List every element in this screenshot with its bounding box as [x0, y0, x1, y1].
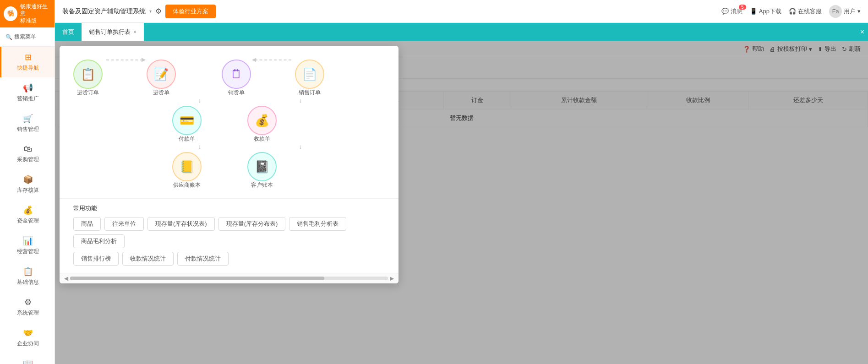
customer-ledger-col: 📓 客户账本 [247, 152, 277, 189]
sidebar-item-enterprise[interactable]: 🤝 企业协同 [0, 322, 55, 353]
user-dropdown-arrow: ▾ [857, 8, 861, 15]
customer-ledger-node[interactable]: 📓 [247, 152, 277, 181]
common-btn-0[interactable]: 商品 [73, 217, 101, 231]
service-icon: 🎧 [789, 8, 796, 15]
receipt-col: 💰 收款单 [247, 106, 277, 143]
common-btn-6[interactable]: 销售排行榜 [73, 252, 119, 266]
purchase-bill-icon: 📝 [154, 67, 169, 81]
system-icon: ⚙ [24, 297, 32, 307]
purchase-bill-label: 进货单 [153, 89, 169, 97]
app-download-button[interactable]: 📱 App下载 [750, 7, 781, 16]
sidebar-item-operation[interactable]: 📊 经营管理 [0, 230, 55, 261]
scroll-thumb[interactable] [70, 277, 324, 280]
receipt-node[interactable]: 💰 [247, 106, 277, 135]
sidebar-item-purchase[interactable]: 🛍 采购管理 [0, 139, 55, 169]
sales-bill-col: 🗒 销货单 [222, 60, 251, 97]
supplier-ledger-icon: 📒 [180, 160, 194, 174]
common-btns-row-2: 销售排行榜 收款情况统计 付款情况统计 [73, 252, 385, 266]
payment-node[interactable]: 💳 [172, 106, 202, 135]
user-menu-button[interactable]: Ea 用户 ▾ [829, 5, 861, 18]
payment-icon: 💳 [180, 114, 194, 128]
tab-home[interactable]: 首页 [55, 23, 82, 41]
tab-sales-order[interactable]: 销售订单执行表 × [82, 23, 144, 41]
avatar: Ea [829, 5, 842, 18]
common-functions: 常用功能 商品 往来单位 现存量(库存状况表) 现存量(库存分布表) 销售毛利分… [60, 198, 399, 273]
modal-overlay[interactable]: 📋 进货订单 ▶ [55, 41, 868, 364]
window-close-button[interactable]: × [860, 28, 864, 36]
sidebar-item-inventory[interactable]: 📦 库存核算 [0, 169, 55, 200]
sidebar-item-quick-nav[interactable]: ⊞ 快捷导航 [0, 47, 55, 77]
receipt-label: 收款单 [254, 135, 270, 143]
sales-order-col: 📄 销售订单 [295, 60, 324, 97]
inventory-icon: 📦 [23, 174, 33, 185]
sales-bill-icon: 🗒 [230, 67, 242, 81]
common-btns-row-1: 商品 往来单位 现存量(库存状况表) 现存量(库存分布表) 销售毛利分析表 商品… [73, 217, 385, 248]
operation-icon: 📊 [23, 236, 33, 246]
payment-col: 💳 付款单 [172, 106, 202, 143]
flow-modal: 📋 进货订单 ▶ [60, 46, 399, 283]
sidebar-nav: ⊞ 快捷导航 📢 营销推广 🛒 销售管理 🛍 采购管理 📦 库存核算 💰 [0, 47, 55, 364]
message-icon: 💬 [721, 8, 729, 15]
common-btn-1[interactable]: 往来单位 [104, 217, 144, 231]
online-service-button[interactable]: 🎧 在线客服 [789, 7, 822, 16]
quick-nav-icon: ⊞ [25, 52, 32, 62]
purchase-order-label: 进货订单 [77, 89, 99, 97]
common-btn-5[interactable]: 商品毛利分析 [73, 234, 125, 248]
common-btn-8[interactable]: 付款情况统计 [177, 252, 229, 266]
sidebar-item-basic[interactable]: 📋 基础信息 [0, 261, 55, 292]
enterprise-icon: 🤝 [23, 328, 33, 338]
logo-icon: 畅 [4, 6, 17, 21]
sales-order-node[interactable]: 📄 [295, 60, 324, 89]
system-title: 装备及固定资产辅助管理系统 [62, 7, 146, 16]
content-area: ❓ 帮助 🖨 按模板打印 ▾ ⬆ 导出 ↻ 刷新 [55, 41, 868, 364]
purchase-order-col: 📋 进货订单 [73, 60, 103, 97]
payment-label: 付款单 [179, 135, 195, 143]
common-btn-2[interactable]: 现存量(库存状况表) [147, 217, 215, 231]
system-dropdown-arrow[interactable]: ▾ [149, 9, 152, 14]
sidebar-item-guide[interactable]: 📖 新手引导 [0, 353, 55, 364]
marketing-icon: 📢 [23, 83, 33, 93]
common-btn-3[interactable]: 现存量(库存分布表) [218, 217, 286, 231]
sidebar-item-sales[interactable]: 🛒 销售管理 [0, 108, 55, 139]
common-btn-4[interactable]: 销售毛利分析表 [289, 217, 346, 231]
common-title: 常用功能 [73, 199, 385, 212]
supplier-ledger-node[interactable]: 📒 [172, 152, 202, 181]
sales-icon: 🛒 [23, 114, 33, 124]
purchase-bill-node[interactable]: 📝 [147, 60, 176, 89]
sidebar: 畅 畅康通好生意 标准版 🔍 搜索菜单 ⊞ 快捷导航 📢 营销推广 🛒 [0, 0, 55, 364]
sidebar-search[interactable]: 🔍 搜索菜单 [0, 27, 55, 47]
tab-close-button[interactable]: × [133, 29, 136, 35]
sales-bill-node[interactable]: 🗒 [222, 60, 251, 89]
purchase-bill-col: 📝 进货单 [147, 60, 176, 97]
app-icon: 📱 [750, 8, 757, 15]
sales-order-icon: 📄 [302, 67, 317, 81]
main-area: 装备及固定资产辅助管理系统 ▾ ⚙ 体验行业方案 💬 消息 5 📱 App下载 … [55, 0, 868, 364]
guide-icon: 📖 [23, 359, 33, 364]
gear-button[interactable]: ⚙ [155, 7, 162, 16]
sales-bill-label: 销货单 [228, 89, 245, 97]
sidebar-item-marketing[interactable]: 📢 营销推广 [0, 77, 55, 108]
sidebar-item-system[interactable]: ⚙ 系统管理 [0, 292, 55, 322]
search-icon: 🔍 [5, 34, 12, 40]
flow-diagram: 📋 进货订单 ▶ [60, 46, 399, 198]
supplier-ledger-label: 供应商账本 [173, 181, 201, 189]
common-btn-7[interactable]: 收款情况统计 [122, 252, 174, 266]
customer-ledger-label: 客户账本 [251, 181, 273, 189]
message-button[interactable]: 💬 消息 5 [721, 7, 742, 16]
purchase-icon: 🛍 [24, 144, 32, 154]
receipt-icon: 💰 [255, 114, 269, 128]
supplier-ledger-col: 📒 供应商账本 [172, 152, 202, 189]
search-menu-button[interactable]: 🔍 搜索菜单 [4, 31, 51, 43]
try-button[interactable]: 体验行业方案 [165, 5, 216, 18]
sales-order-label: 销售订单 [299, 89, 321, 97]
scroll-right-button[interactable]: ▶ [390, 275, 394, 282]
finance-icon: 💰 [23, 205, 33, 215]
sidebar-logo: 畅 畅康通好生意 标准版 [0, 0, 55, 27]
purchase-order-node[interactable]: 📋 [73, 60, 103, 89]
scroll-bar: ◀ ▶ [60, 273, 399, 283]
sidebar-item-finance[interactable]: 💰 资金管理 [0, 200, 55, 230]
scroll-track[interactable] [70, 277, 388, 280]
basic-icon: 📋 [23, 266, 33, 277]
tab-bar: 首页 销售订单执行表 × × [55, 23, 868, 41]
scroll-left-button[interactable]: ◀ [64, 275, 68, 282]
